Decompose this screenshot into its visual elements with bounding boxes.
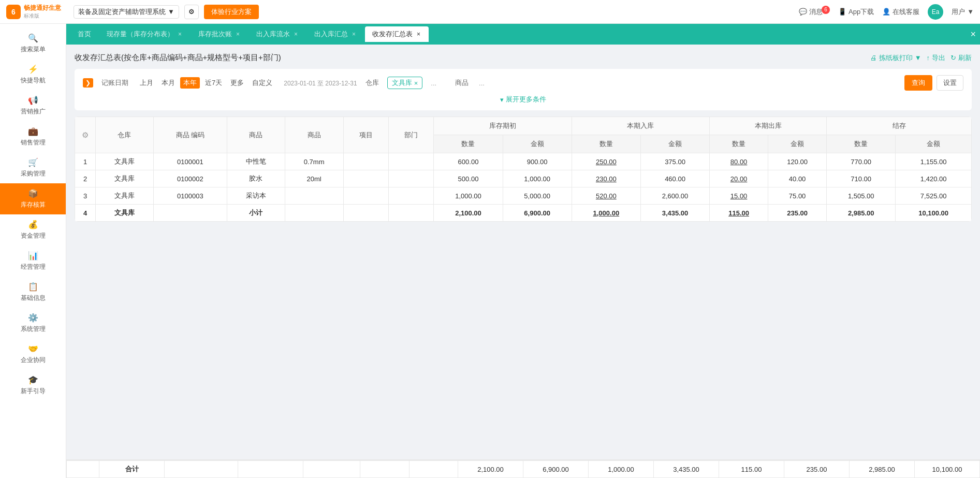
tab-close-inout-flow[interactable]: × [293,31,299,37]
period-btn-this-year[interactable]: 本年 [180,77,200,89]
cell-in-qty[interactable]: 230.00 [572,170,640,187]
logo-text-block: 畅捷通好生意 标准版 [24,4,61,20]
period-btn-custom[interactable]: 自定义 [249,77,275,89]
tab-close-stock-summary[interactable]: × [416,31,421,37]
sidebar-item-collab[interactable]: 🤝 企业协同 [0,339,66,370]
period-btn-more[interactable]: 更多 [227,77,247,89]
tab-inout-flow[interactable]: 出入库流水 × [249,26,306,42]
sales-icon: 💼 [28,126,38,136]
query-btn[interactable]: 查询 [904,75,932,91]
tab-inventory-dist[interactable]: 现存量（库存分布表） × [99,26,190,42]
tab-close-inout-summary[interactable]: × [351,31,357,37]
sidebar-label-finance: 资金管理 [21,231,46,240]
cell-out-qty-link[interactable]: 20.00 [730,175,748,183]
tab-batch[interactable]: 库存批次账 × [191,26,248,42]
sidebar-item-purchase[interactable]: 🛒 采购管理 [0,152,66,183]
basic-icon: 📋 [28,282,38,292]
cell-project [343,153,388,170]
close-all-tabs[interactable]: × [970,29,976,40]
cell-out-qty-link[interactable]: 15.00 [730,192,748,200]
settings-icon[interactable]: ⚙ [184,5,199,19]
period-btn-last-month[interactable]: 上月 [137,77,156,89]
cell-out-qty-link[interactable]: 115.00 [728,209,749,217]
sidebar-item-inventory[interactable]: 📦 库存核算 [0,183,66,214]
print-btn[interactable]: 🖨 拣纸板打印 ▼ [870,53,922,63]
cell-in-qty-link[interactable]: 250.00 [596,158,617,166]
settings-filter-btn[interactable]: 设置 [937,75,963,91]
warehouse-tag[interactable]: 文具库 × [387,77,423,89]
th-settings[interactable]: ⚙ [75,117,96,153]
message-btn[interactable]: 💬 消息 6 [799,7,830,17]
cell-in-qty-link[interactable]: 520.00 [596,192,617,200]
page-title: 收发存汇总表(按仓库+商品编码+商品+规格型号+项目+部门) [75,53,281,63]
cell-balance-amt: 10,100.00 [896,205,972,222]
footer-empty6 [409,461,458,478]
cell-out-qty[interactable]: 15.00 [710,187,768,205]
sidebar-item-marketing[interactable]: 📢 营销推广 [0,90,66,121]
table-row: 2文具库0100002胶水20ml500.001,000.00230.00460… [75,170,972,187]
sidebar-item-finance[interactable]: 💰 资金管理 [0,214,66,245]
goods-more[interactable]: ... [479,79,485,87]
cell-out-qty[interactable]: 20.00 [710,170,768,187]
sidebar-item-guide[interactable]: 🎓 新手引导 [0,370,66,401]
cell-opening-amt: 6,900.00 [503,205,572,222]
cell-in-qty[interactable]: 520.00 [572,187,640,205]
footer-empty5 [360,461,409,478]
cell-code: 0100001 [153,153,227,170]
tab-inout-summary[interactable]: 出入库汇总 × [307,26,364,42]
cell-project [343,170,388,187]
sidebar-item-system[interactable]: ⚙️ 系统管理 [0,308,66,339]
cell-in-qty-link[interactable]: 230.00 [596,175,617,183]
sidebar-item-search[interactable]: 🔍 搜索菜单 [0,28,66,59]
cell-no: 4 [75,205,96,222]
tab-close-inventory-dist[interactable]: × [177,31,183,37]
marketing-icon: 📢 [28,95,38,105]
online-service-btn[interactable]: 👤 在线客服 [882,7,919,17]
sidebar-label-collab: 企业协同 [21,356,46,365]
cell-in-amt: 375.00 [640,153,709,170]
sidebar-item-quick[interactable]: ⚡ 快捷导航 [0,59,66,90]
tab-stock-summary[interactable]: 收发存汇总表 × [365,26,429,42]
refresh-btn[interactable]: ↻ 刷新 [950,53,972,63]
export-btn[interactable]: ↑ 导出 [927,53,946,63]
cell-out-amt: 235.00 [768,205,827,222]
cell-out-qty-link[interactable]: 80.00 [730,158,748,166]
app-download-btn[interactable]: 📱 App下载 [838,7,874,17]
user-dropdown-icon: ▼ [967,8,974,16]
warehouse-close-btn[interactable]: × [414,79,418,87]
cell-out-qty[interactable]: 115.00 [710,205,768,222]
period-btn-7days[interactable]: 近7天 [202,77,225,89]
cell-in-qty[interactable]: 1,000.00 [572,205,640,222]
user-btn[interactable]: 用户 ▼ [952,7,974,17]
sidebar-label-search: 搜索菜单 [21,45,46,54]
th-project: 项目 [343,117,388,153]
page-content: 收发存汇总表(按仓库+商品编码+商品+规格型号+项目+部门) 🖨 拣纸板打印 ▼… [66,45,980,459]
app-download-label: App下载 [849,7,874,17]
cell-out-qty[interactable]: 80.00 [710,153,768,170]
cell-opening-qty: 500.00 [434,170,503,187]
cell-goods-spec: 0.7mm [285,153,343,170]
cell-goods-name: 采访本 [227,187,285,205]
warehouse-more[interactable]: ... [431,79,436,87]
filter-toggle-btn[interactable]: ❯ [83,78,93,88]
cell-out-amt: 40.00 [768,170,827,187]
sidebar-item-sales[interactable]: 💼 销售管理 [0,121,66,152]
system-selector[interactable]: 装备及固定资产辅助管理系统 ▼ [74,5,179,19]
cell-in-qty[interactable]: 250.00 [572,153,640,170]
date-range-block: 2023-01-01 至 2023-12-31 [284,78,357,88]
period-btn-this-month[interactable]: 本月 [158,77,178,89]
refresh-label: 刷新 [958,53,972,63]
user-avatar[interactable]: Ea [928,4,943,20]
warehouse-label: 仓库 [365,78,379,88]
sidebar-item-management[interactable]: 📊 经营管理 [0,245,66,277]
sidebar-item-basic[interactable]: 📋 基础信息 [0,277,66,308]
col-settings-icon[interactable]: ⚙ [82,131,89,139]
expand-btn[interactable]: ▾ 展开更多条件 [500,95,546,104]
cell-project [343,205,388,222]
tab-home[interactable]: 首页 [70,26,98,42]
cell-in-qty-link[interactable]: 1,000.00 [593,209,620,217]
trial-btn[interactable]: 体验行业方案 [204,5,259,19]
tab-close-batch[interactable]: × [235,31,241,37]
cell-balance-amt: 1,420.00 [896,170,972,187]
tab-stock-summary-label: 收发存汇总表 [372,30,413,39]
